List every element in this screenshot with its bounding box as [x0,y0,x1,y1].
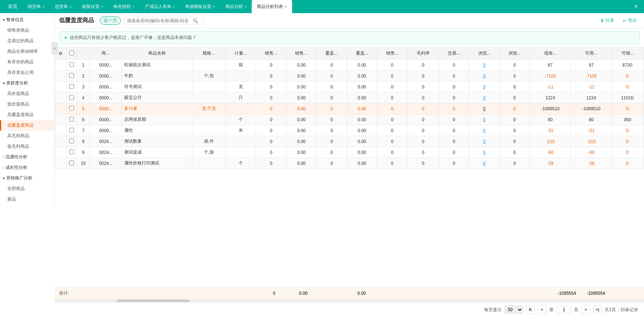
nav-close-analysis[interactable]: × [244,4,247,9]
cell-settings[interactable] [55,158,67,169]
cell-checkbox[interactable] [67,147,77,158]
cell-settings[interactable] [55,125,67,136]
sidebar-item-stocked-goods[interactable]: 有库存的商品 [0,57,54,67]
cell-current: -7105 [530,71,571,82]
nav-close-analysis-list[interactable]: × [284,4,287,9]
nav-item-analysis[interactable]: 商品分析 × [220,0,252,13]
prev-page-button[interactable]: < [538,305,546,314]
nav-item-permissions[interactable]: 权限设置 × [77,0,108,13]
sidebar-item-all-goods[interactable]: 全部商品 [0,183,54,194]
nav-item-warehouse[interactable]: 产成品入库单 × [140,0,180,13]
sidebar-item-low-margin[interactable]: 低毛利商品 [0,141,54,152]
nav-item-template[interactable]: 单据模板设置 × [180,0,220,13]
row-checkbox[interactable] [69,161,74,165]
col-cover2: 覆盖... [347,47,377,60]
search-box[interactable]: 🔍 [124,17,204,24]
col-checkbox[interactable] [67,47,77,60]
nav-item-analysis-list[interactable]: 商品分析列表 × [252,0,292,13]
row-checkbox[interactable] [69,117,74,122]
col-available: 可用... [571,47,612,60]
page-size-select[interactable]: 50 100 200 [504,306,523,314]
cell-browse1[interactable]: 0 [469,103,499,114]
share-button[interactable]: ⬆ 分享 [597,16,617,25]
cell-checkbox[interactable] [67,60,77,71]
cell-browse1[interactable]: 0 [469,125,499,136]
row-checkbox[interactable] [69,84,74,89]
sidebar-item-new-goods[interactable]: 新品 [0,194,54,205]
sidebar-item-sales-goods[interactable]: 销售类商品 [0,25,54,36]
cell-checkbox[interactable] [67,158,77,169]
cell-browse1[interactable]: 0 [469,71,499,82]
cell-sales-amt: 0.00 [286,158,317,169]
search-icon[interactable]: 🔍 [193,18,198,23]
cell-available: -60 [571,147,612,158]
cell-checkbox[interactable] [67,125,77,136]
sidebar-item-traded-goods[interactable]: 交易过的商品 [0,36,54,46]
cell-settings[interactable] [55,92,67,103]
cell-browse1[interactable]: 0 [469,114,499,125]
nav-close-sales[interactable]: × [42,4,44,9]
cell-browse1[interactable]: 0 [469,136,499,147]
cell-settings[interactable] [55,147,67,158]
nav-item-roles[interactable]: 角色授权 × [108,0,140,13]
page-number-input[interactable] [557,306,571,313]
time-filter-button[interactable]: 近一月 [100,16,121,25]
cell-browse1[interactable]: 0 [469,60,499,71]
sidebar-section-growth[interactable]: › 成长性分析 [0,162,54,173]
cell-settings[interactable] [55,114,67,125]
cell-settings[interactable] [55,103,67,114]
nav-close-warehouse[interactable]: × [173,4,175,9]
cell-browse1[interactable]: 0 [469,82,499,92]
page-unit: 页 [574,307,578,313]
row-checkbox[interactable] [69,95,74,100]
last-page-button[interactable]: >| [593,305,602,314]
nav-item-sales[interactable]: 销货单 × [23,0,50,13]
cell-settings[interactable] [55,60,67,71]
row-checkbox[interactable] [69,73,74,78]
row-checkbox[interactable] [69,106,74,111]
first-page-button[interactable]: K [526,305,535,314]
sidebar-item-inventory-capital[interactable]: 库存资金占用 [0,67,54,78]
select-all-checkbox[interactable] [69,51,74,55]
nav-close-permissions[interactable]: × [101,4,103,9]
window-close-button[interactable]: × [631,1,641,12]
sidebar-item-category-rate[interactable]: 商品分类动销率 [0,46,54,57]
sidebar-section-cluster[interactable]: ▾ 类群度分析 [0,78,54,88]
nav-close-purchase[interactable]: × [69,4,71,9]
page-size-label: 每页显示 [484,307,502,313]
cell-checkbox[interactable] [67,114,77,125]
cell-code: 0000... [90,103,122,114]
nav-close-template[interactable]: × [213,4,215,9]
cell-checkbox[interactable] [67,136,77,147]
cell-checkbox[interactable] [67,82,77,92]
nav-item-purchase[interactable]: 进货单 × [50,0,76,13]
cell-browse1[interactable]: 0 [469,147,499,158]
sidebar-section-circulation[interactable]: › 流通性分析 [0,152,54,162]
sidebar-item-low-value[interactable]: 低价值商品 [0,99,54,110]
cell-settings[interactable] [55,71,67,82]
sidebar-item-high-coverage[interactable]: 高覆盖度商品 [0,110,54,120]
next-page-button[interactable]: > [581,305,590,314]
cell-settings[interactable] [55,82,67,92]
sidebar-section-overview[interactable]: ▾ 整体信息 [0,15,54,25]
sidebar-collapse-button[interactable]: « [52,42,58,54]
cell-settings[interactable] [55,136,67,147]
nav-close-roles[interactable]: × [132,4,134,9]
row-checkbox[interactable] [69,150,74,154]
nav-item-home[interactable]: 首页 [3,0,23,13]
cell-browse1[interactable]: 0 [469,158,499,169]
cell-checkbox[interactable] [67,92,77,103]
cell-cover2: 0.00 [347,136,377,147]
sidebar-item-high-margin[interactable]: 高毛利商品 [0,131,54,141]
row-checkbox[interactable] [69,139,74,143]
row-checkbox[interactable] [69,62,74,67]
sidebar-item-high-value[interactable]: 高价值商品 [0,88,54,99]
cell-checkbox[interactable] [67,71,77,82]
sidebar-item-low-coverage[interactable]: 低覆盖度商品 [0,120,54,131]
cell-checkbox[interactable] [67,103,77,114]
search-input[interactable] [127,18,193,23]
sidebar-section-marketing[interactable]: ▾ 营销推广分析 [0,173,54,183]
cell-browse1[interactable]: 0 [469,92,499,103]
row-checkbox[interactable] [69,128,74,132]
export-button[interactable]: ↩ 导出 [620,16,640,25]
